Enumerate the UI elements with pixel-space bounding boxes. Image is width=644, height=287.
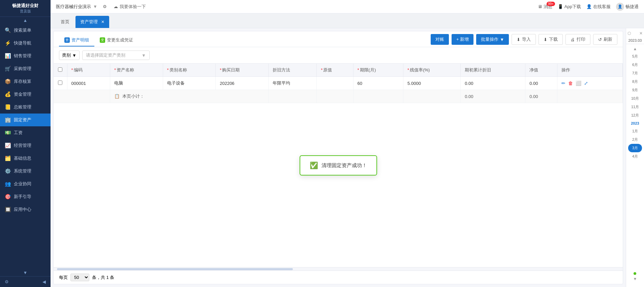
timeline-month-8[interactable]: 8月 (626, 77, 644, 86)
filter-type-arrow: ▼ (72, 53, 76, 58)
user-avatar[interactable]: 👤 畅捷通 (616, 3, 639, 11)
sidebar-scroll-down[interactable]: ▼ (0, 269, 51, 276)
sidebar-item-工资[interactable]: 💵工资 (0, 126, 51, 139)
subtab-change-voucher[interactable]: 变 变更生成凭证 (94, 34, 139, 46)
sidebar-item-应用中心[interactable]: 🔲应用中心 (0, 203, 51, 216)
batch-ops-btn[interactable]: 批量操作 ▼ (476, 34, 509, 45)
row-net-value: 0.00 (525, 77, 557, 90)
col-name: *资产名称 (110, 64, 163, 77)
more-icon[interactable]: ⤢ (584, 81, 588, 86)
sidebar-icon-0: 🔍 (5, 27, 11, 33)
service-icon: 👤 (586, 4, 592, 9)
sidebar-item-系统管理[interactable]: ⚙️系统管理 (0, 165, 51, 178)
collapse-icon[interactable]: ◀ (42, 279, 46, 284)
filter-label: 类别 (62, 52, 71, 58)
panel-up-nav[interactable]: ▲ (632, 45, 638, 52)
batch-ops-label: 批量操作 (481, 36, 498, 42)
timeline-month-7[interactable]: 7月 (626, 69, 644, 77)
timeline-month-1[interactable]: 1月 (626, 127, 644, 135)
edit-icon[interactable]: ✏ (561, 81, 565, 86)
timeline-month-4[interactable]: 4月 (626, 152, 644, 161)
row-checkbox-cell[interactable] (54, 77, 67, 90)
sidebar-logo: 畅捷通好业财 普及版 (0, 0, 51, 17)
online-service-btn[interactable]: 👤 在线客服 (586, 4, 611, 10)
subtotal-net: 0.00 (525, 90, 557, 103)
panel-expand-icon[interactable]: ⬡ (627, 31, 631, 36)
sidebar-item-总账管理[interactable]: 📒总账管理 (0, 101, 51, 114)
change-voucher-icon: 变 (100, 37, 105, 43)
timeline-month-5[interactable]: 5月 (626, 52, 644, 61)
panel-bottom: ▼ (632, 270, 638, 284)
download-btn[interactable]: ⬇ 下载 (539, 34, 563, 45)
sidebar-label-6: 总账管理 (14, 104, 31, 110)
timeline-year-2023[interactable]: 2023 (626, 120, 644, 127)
copy-icon[interactable]: ⬜ (576, 81, 581, 86)
horizontal-scrollbar[interactable] (54, 267, 623, 270)
sidebar-item-企业协同[interactable]: 👥企业协同 (0, 178, 51, 190)
sidebar-label-13: 新手引导 (14, 194, 31, 200)
sidebar-item-采购管理[interactable]: 🛒采购管理 (0, 62, 51, 75)
row-period: 60 (353, 77, 403, 90)
timeline-month-9[interactable]: 9月 (626, 86, 644, 94)
company-selector[interactable]: 医疗器械行业演示 ▼ (56, 4, 97, 10)
sidebar-label-9: 经营管理 (14, 142, 31, 149)
reconcile-btn[interactable]: 对账 (431, 34, 449, 45)
timeline-month-10[interactable]: 10月 (626, 94, 644, 103)
batch-ops-arrow: ▼ (500, 37, 504, 42)
download-label: 下载 (549, 36, 558, 42)
sidebar-icon-6: 📒 (5, 104, 11, 110)
avatar-circle: 👤 (616, 3, 624, 11)
topbar-settings-icon[interactable]: ⚙ (103, 4, 107, 9)
col-purchase-date: *购买日期 (216, 64, 269, 77)
timeline-month-3-current[interactable]: 3月 (628, 144, 642, 152)
sidebar-item-固定资产[interactable]: 🏢固定资产 (0, 114, 51, 126)
panel-close-icon[interactable]: ✕ (639, 31, 643, 36)
sidebar-label-8: 工资 (14, 130, 23, 136)
app-download-btn[interactable]: 📱 App下载 (558, 4, 581, 10)
app-edition: 普及版 (20, 9, 31, 14)
page-size-select[interactable]: 50 100 200 (70, 274, 89, 281)
sidebar-item-资金管理[interactable]: 💰资金管理 (0, 88, 51, 101)
subtab-asset-detail[interactable]: 资 资产明细 (59, 34, 94, 46)
row-checkbox[interactable] (58, 81, 62, 85)
timeline-month-11[interactable]: 11月 (626, 103, 644, 111)
row-initial-accumulated: 0.00 (461, 77, 525, 90)
scrollbar-thumb[interactable] (57, 268, 293, 270)
settings-icon[interactable]: ⚙ (5, 279, 9, 284)
sidebar-item-快捷导航[interactable]: ⚡快捷导航 (0, 37, 51, 50)
page-size-label: 每页 (59, 275, 68, 281)
experience-btn[interactable]: ☁ 我要体验一下 (114, 4, 146, 10)
new-btn[interactable]: + 新增 (452, 34, 473, 45)
asset-table-container: *编码 *资产名称 *类别名称 *购买日期 折旧方法 *原值 *期限(月) *残… (54, 64, 623, 267)
tab-asset-management[interactable]: 资产管理 ✕ (75, 16, 109, 28)
sidebar-item-搜索菜单[interactable]: 🔍搜索菜单 (0, 24, 51, 37)
sidebar-item-新手引导[interactable]: 🎯新手引导 (0, 190, 51, 203)
panel-down-nav[interactable]: ▼ (632, 276, 638, 282)
category-dropdown[interactable]: 请选择固定资产类别 ▼ (82, 51, 150, 60)
message-btn[interactable]: 🖥 消息 99+ (538, 4, 552, 10)
sidebar-scroll-up[interactable]: ▲ (0, 17, 51, 24)
table-header-checkbox[interactable] (54, 64, 67, 77)
subtotal-row: 📋 本页小计： 0.00 0.00 (54, 90, 623, 103)
tab-close-icon[interactable]: ✕ (101, 20, 104, 24)
panel-year-header: 2023.03 (626, 37, 644, 44)
print-btn[interactable]: 🖨 打印 (565, 34, 590, 45)
timeline-month-2[interactable]: 2月 (626, 135, 644, 144)
sidebar-item-基础信息[interactable]: 🗂️基础信息 (0, 152, 51, 165)
toast-check-icon: ✅ (310, 161, 318, 169)
sidebar-item-库存核算[interactable]: 📦库存核算 (0, 75, 51, 88)
tab-home[interactable]: 首页 (56, 16, 74, 28)
col-period: *期限(月) (353, 64, 403, 77)
refresh-btn[interactable]: ↺ 刷新 (593, 34, 617, 45)
delete-icon[interactable]: 🗑 (568, 81, 573, 86)
sidebar-icon-7: 🏢 (5, 117, 11, 123)
sidebar-icon-12: 👥 (5, 181, 11, 187)
sidebar-item-销售管理[interactable]: 📊销售管理 (0, 50, 51, 62)
timeline-month-12[interactable]: 12月 (626, 111, 644, 120)
select-all-checkbox[interactable] (58, 67, 62, 72)
import-btn[interactable]: ⬇ 导入 (512, 34, 536, 45)
timeline-month-6[interactable]: 6月 (626, 61, 644, 69)
category-filter-type[interactable]: 类别 ▼ (59, 51, 80, 60)
sidebar-icon-1: ⚡ (5, 40, 11, 46)
sidebar-item-经营管理[interactable]: 📈经营管理 (0, 139, 51, 152)
